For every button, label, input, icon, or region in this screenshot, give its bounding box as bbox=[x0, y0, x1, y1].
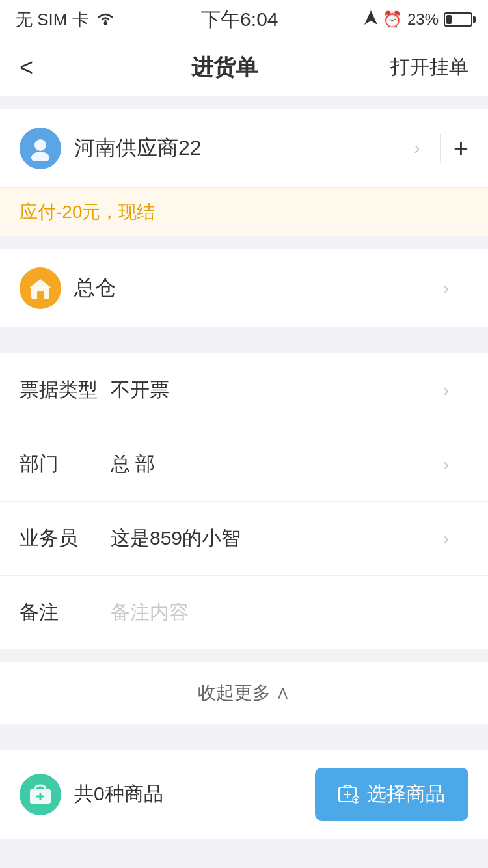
salesperson-label: 业务员 bbox=[20, 525, 98, 552]
section-gap-3 bbox=[0, 327, 488, 340]
section-gap-1 bbox=[0, 96, 488, 109]
remark-input[interactable]: 备注内容 bbox=[98, 599, 468, 626]
warehouse-row[interactable]: 总仓 › bbox=[0, 249, 488, 327]
svg-rect-6 bbox=[37, 291, 44, 299]
ticket-type-label: 票据类型 bbox=[20, 377, 98, 403]
alarm-icon: ⏰ bbox=[383, 10, 402, 29]
supplier-chevron-icon: › bbox=[414, 138, 420, 159]
salesperson-value: 这是859的小智 bbox=[98, 525, 443, 552]
status-left: 无 SIM 卡 bbox=[16, 8, 115, 31]
collapse-row[interactable]: 收起更多 ∧ bbox=[0, 662, 488, 724]
battery-icon bbox=[444, 12, 472, 27]
supplier-card: 河南供应商22 › + 应付-20元，现结 bbox=[0, 109, 488, 236]
remark-row[interactable]: 备注 备注内容 bbox=[0, 576, 488, 649]
svg-marker-5 bbox=[29, 279, 52, 288]
open-pending-button[interactable]: 打开挂单 bbox=[390, 54, 468, 81]
svg-point-0 bbox=[103, 21, 107, 25]
form-section: 票据类型 不开票 › 部门 总 部 › 业务员 这是859的小智 › 备注 备注… bbox=[0, 353, 488, 649]
battery-percentage: 23% bbox=[407, 10, 439, 29]
select-product-label: 选择商品 bbox=[367, 781, 445, 807]
notice-banner: 应付-20元，现结 bbox=[0, 188, 488, 236]
status-bar: 无 SIM 卡 下午6:04 ⏰ 23% bbox=[0, 0, 488, 39]
status-right: ⏰ 23% bbox=[364, 10, 472, 29]
wifi-icon bbox=[96, 10, 115, 30]
section-gap-4 bbox=[0, 724, 488, 737]
svg-point-2 bbox=[34, 139, 46, 151]
add-supplier-button[interactable]: + bbox=[440, 134, 468, 163]
svg-marker-1 bbox=[364, 10, 377, 25]
location-icon bbox=[364, 10, 377, 29]
page-title: 进货单 bbox=[191, 53, 258, 83]
warehouse-chevron-icon: › bbox=[443, 278, 449, 299]
status-time: 下午6:04 bbox=[201, 7, 278, 33]
supplier-name: 河南供应商22 bbox=[74, 134, 414, 163]
ticket-type-chevron-icon: › bbox=[443, 380, 449, 401]
svg-point-3 bbox=[31, 152, 49, 161]
carrier-label: 无 SIM 卡 bbox=[16, 8, 89, 31]
salesperson-chevron-icon: › bbox=[443, 528, 449, 549]
select-product-button[interactable]: 选择商品 bbox=[315, 768, 468, 821]
warehouse-card: 总仓 › bbox=[0, 249, 488, 327]
page-background bbox=[0, 839, 488, 868]
salesperson-row[interactable]: 业务员 这是859的小智 › bbox=[0, 502, 488, 576]
department-chevron-icon: › bbox=[443, 454, 449, 475]
back-button[interactable]: < bbox=[20, 54, 59, 81]
department-row[interactable]: 部门 总 部 › bbox=[0, 427, 488, 502]
product-count-label: 共0种商品 bbox=[74, 781, 315, 807]
supplier-row[interactable]: 河南供应商22 › + bbox=[0, 109, 488, 188]
department-value: 总 部 bbox=[98, 451, 443, 478]
warehouse-icon bbox=[20, 267, 61, 309]
remark-label: 备注 bbox=[20, 599, 98, 626]
ticket-type-row[interactable]: 票据类型 不开票 › bbox=[0, 353, 488, 427]
department-label: 部门 bbox=[20, 451, 98, 478]
collapse-label: 收起更多 ∧ bbox=[198, 681, 291, 705]
bottom-section: 共0种商品 选择商品 bbox=[0, 750, 488, 839]
section-gap-2 bbox=[0, 236, 488, 249]
nav-bar: < 进货单 打开挂单 bbox=[0, 39, 488, 96]
ticket-type-value: 不开票 bbox=[98, 377, 443, 403]
warehouse-name: 总仓 bbox=[74, 274, 443, 303]
supplier-avatar bbox=[20, 128, 61, 169]
product-icon bbox=[20, 774, 61, 815]
